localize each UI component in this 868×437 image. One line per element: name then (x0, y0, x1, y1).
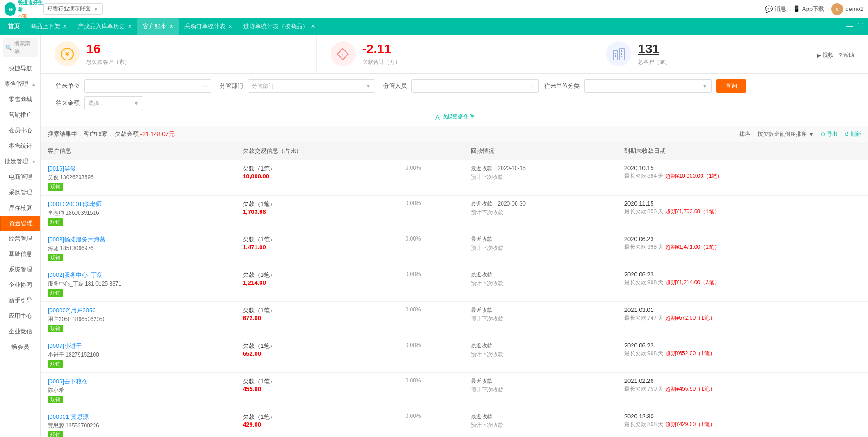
tab-home[interactable]: 首页 (2, 18, 25, 35)
customer-tag: 现销 (48, 396, 63, 403)
tab-inventory-history[interactable]: 产成品入库单历史 ✕ (72, 18, 137, 35)
sidebar-item-marketing[interactable]: 营销推广 (0, 107, 40, 123)
debt-ratio: 0.00% (406, 306, 457, 313)
customer-name[interactable]: [000001]黄思源 (48, 413, 229, 421)
overdue-link[interactable]: 超期¥1,703.68（1笔） (665, 208, 720, 215)
collapse-btn[interactable]: ⋀ 收起更多条件 (48, 113, 861, 121)
stat-debt-customers-info: 16 总欠款客户（家） (86, 42, 130, 66)
customer-tag: 现销 (48, 325, 63, 332)
debt-amount[interactable]: 455.90 (243, 386, 391, 392)
due-date: 2020.11.15 (624, 200, 861, 207)
tab-product-manage[interactable]: 商品上下架 ✕ (25, 18, 72, 35)
customer-name[interactable]: [000002]用户2050 (48, 306, 229, 315)
table-row: [0002]服务中心_丁磊 服务中心_丁磊 181 0125 8371 现销 欠… (41, 266, 868, 302)
overdue-link[interactable]: 超期¥455.90（1笔） (665, 386, 715, 392)
stat-debt-total-value: -2.11 (362, 42, 401, 56)
sidebar-item-operation[interactable]: 经营管理 (0, 231, 40, 246)
due-date: 2021.03.01 (624, 306, 861, 313)
customer-name[interactable]: [0006]去下粮仓 (48, 377, 229, 386)
overdue-info: 最长欠款 747 天 超期¥672.00（1笔） (624, 314, 861, 322)
last-payment-label: 最近收款 (471, 236, 611, 243)
message-btn[interactable]: 💬 消息 (765, 5, 786, 13)
overdue-link[interactable]: 超期¥652.00（1笔） (665, 350, 715, 357)
tab-close-ledger[interactable]: ✕ (169, 24, 173, 30)
sidebar-item-basic-info[interactable]: 基础信息 (0, 246, 40, 262)
svg-rect-12 (621, 56, 622, 57)
sidebar-search-area[interactable]: 🔍 搜索菜单 (0, 35, 40, 61)
sidebar-item-new-guide[interactable]: 新手引导 (0, 293, 40, 308)
table-row: [0003]畅捷服务尹海蒸 海蒸 18513066976 现销 欠款（1笔） 1… (41, 231, 868, 266)
nav-minimize-icon[interactable]: — (846, 22, 853, 30)
next-payment: 预计下次收款 (471, 209, 611, 216)
help-btn[interactable]: ? 帮助 (839, 51, 854, 59)
tab-close-inventory[interactable]: ✕ (128, 24, 132, 30)
query-button[interactable]: 查询 (716, 79, 746, 93)
sidebar-item-member-center[interactable]: 会员中心 (0, 123, 40, 138)
source-unit-input[interactable]: ··· (84, 79, 211, 93)
col-due-date: 到期未收款日期 (617, 142, 868, 160)
sidebar-item-app-center[interactable]: 应用中心 (0, 308, 40, 324)
refresh-btn[interactable]: ↺ 刷新 (844, 131, 861, 138)
customer-name[interactable]: [0007]小进干 (48, 342, 229, 350)
debt-count: 欠款（1笔） (243, 377, 391, 386)
overdue-link[interactable]: 超期¥1,214.00（3笔） (665, 279, 720, 286)
tab-close-goods[interactable]: ✕ (311, 24, 315, 30)
last-payment-label: 最近收款 2020-10-15 (471, 165, 611, 172)
sidebar-item-enterprise-collab[interactable]: 企业协同 (0, 277, 40, 293)
due-date: 2020.06.23 (624, 271, 861, 278)
table-row: [0016]吴俊 吴俊 13026203696 现销 欠款（1笔） 10,000… (41, 160, 868, 196)
sidebar-search-box[interactable]: 🔍 搜索菜单 (3, 38, 38, 57)
sidebar-item-capital-mgmt[interactable]: 资金管理 (0, 216, 40, 231)
sidebar-item-purchase[interactable]: 采购管理 (0, 185, 40, 200)
customer-tag: 现销 (48, 183, 63, 191)
customer-name[interactable]: [0016]吴俊 (48, 165, 229, 173)
customer-name[interactable]: [0003]畅捷服务尹海蒸 (48, 236, 229, 244)
tab-goods-stats[interactable]: 进货单统计表（按商品） ✕ (238, 18, 321, 35)
tab-close-product[interactable]: ✕ (63, 24, 67, 30)
debt-amount[interactable]: 10,000.00 (243, 173, 391, 180)
main-body: 🔍 搜索菜单 快捷导航 零售管理 ▲ 零售商城 营销推广 会员中心 零售统计 (0, 35, 868, 437)
overdue-link[interactable]: 超期¥1,471.00（1笔） (665, 244, 720, 250)
balance-select[interactable]: 选择... ▼ (84, 96, 143, 110)
unit-category-select[interactable]: ▼ (584, 79, 712, 93)
company-selector[interactable]: 母婴行业演示账套 ▼ (43, 3, 103, 15)
debt-amount[interactable]: 1,703.68 (243, 208, 391, 215)
user-avatar-area[interactable]: d demo2 (831, 3, 863, 15)
tab-close-purchase[interactable]: ✕ (228, 24, 232, 30)
app-download-btn[interactable]: 📱 App下载 (793, 5, 824, 13)
customer-name[interactable]: [0001020001]李老师 (48, 200, 229, 208)
sidebar-item-system-mgmt[interactable]: 系统管理 (0, 262, 40, 277)
sidebar-item-inventory[interactable]: 库存核算 (0, 200, 40, 216)
video-btn[interactable]: ▶ 视频 (817, 51, 833, 59)
balance-chevron: ▼ (134, 100, 139, 106)
tab-purchase-stats[interactable]: 采购订单统计表 ✕ (179, 18, 238, 35)
tab-customer-ledger[interactable]: 客户账本 ✕ (137, 18, 179, 35)
sidebar-item-retail-mall[interactable]: 零售商城 (0, 92, 40, 107)
sidebar-item-chang-member[interactable]: 畅会员 (0, 339, 40, 355)
debt-amount[interactable]: 1,214.00 (243, 279, 391, 286)
sidebar-item-quick-nav[interactable]: 快捷导航 (0, 61, 40, 76)
overdue-link[interactable]: 超期¥429.00（1笔） (665, 421, 715, 427)
customer-name[interactable]: [0002]服务中心_丁磊 (48, 271, 229, 279)
nav-fullscreen-icon[interactable]: ⛶ (857, 23, 863, 30)
sidebar-item-ecommerce[interactable]: 电商管理 (0, 169, 40, 185)
username: demo2 (845, 5, 863, 12)
overdue-info: 最长欠款 853 天 超期¥1,703.68（1笔） (624, 208, 861, 216)
manager-input[interactable]: ··· (411, 79, 539, 93)
dept-select[interactable]: 分管部门 ▼ (248, 79, 375, 93)
table-container: 客户信息 欠款交易信息（占比） 回款情况 到期未收款日期 [0016]吴俊 吴俊… (41, 142, 868, 437)
sidebar-item-enterprise-wechat[interactable]: 企业微信 (0, 324, 40, 339)
export-btn[interactable]: ⊙ 导出 (821, 131, 838, 138)
debt-amount[interactable]: 652.00 (243, 350, 391, 357)
debt-amount[interactable]: 672.00 (243, 315, 391, 321)
sidebar-item-retail-mgmt[interactable]: 零售管理 ▲ (0, 76, 40, 92)
sidebar-item-wholesale-mgmt[interactable]: 批发管理 ▼ (0, 154, 40, 169)
next-payment: 预计下次收款 (471, 173, 611, 181)
debt-amount[interactable]: 429.00 (243, 421, 391, 428)
overdue-link[interactable]: 超期¥10,000.00（1笔） (665, 173, 723, 179)
sort-selector[interactable]: 排序： 按欠款金额倒序排序 ▼ (739, 131, 814, 138)
debt-amount[interactable]: 1,471.00 (243, 244, 391, 251)
stat-debt-total-info: -2.11 欠款合计（万） (362, 42, 401, 66)
sidebar-item-retail-stats[interactable]: 零售统计 (0, 138, 40, 154)
overdue-link[interactable]: 超期¥672.00（1笔） (665, 315, 715, 321)
